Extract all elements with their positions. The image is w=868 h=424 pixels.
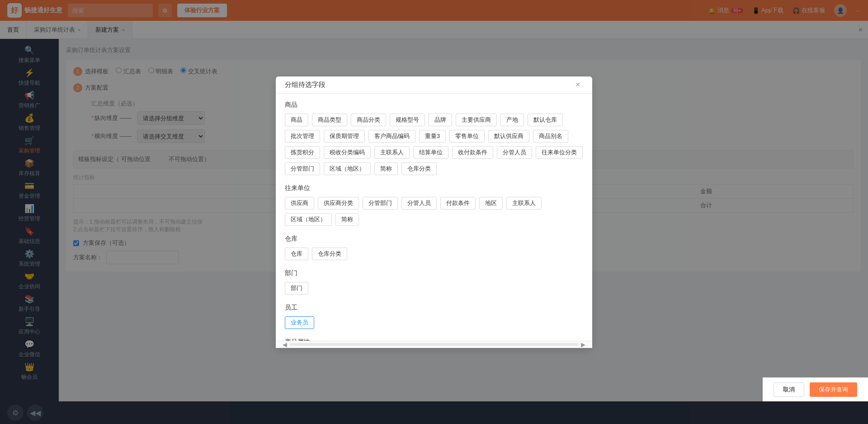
field-warehouse[interactable]: 仓库 [285,248,308,260]
field-supervisor[interactable]: 分管人员 [497,146,532,159]
section-department-title: 部门 [285,269,583,277]
dialog-action-bar: 取消 保存并查询 [763,377,868,401]
modal-close-button[interactable]: × [572,79,583,90]
field-spec-model[interactable]: 规格型号 [390,114,425,126]
modal-header: 分组待选字段 × [276,76,592,94]
field-area[interactable]: 地区 [479,197,503,210]
modal-body: 商品 商品 商品类型 商品分类 规格型号 品牌 主要供应商 产地 默认仓库 批次… [276,94,592,340]
field-partner-category[interactable]: 往来单位分类 [536,146,583,159]
field-partner-short-name[interactable]: 简称 [335,213,359,226]
field-partner-main-contact[interactable]: 主联系人 [506,197,542,210]
field-partner-supervisor[interactable]: 分管人员 [401,197,437,210]
section-warehouse: 仓库 仓库 仓库分类 [285,235,583,260]
product-fields: 商品 商品类型 商品分类 规格型号 品牌 主要供应商 产地 默认仓库 批次管理 … [285,114,583,175]
field-product[interactable]: 商品 [285,114,308,126]
section-department: 部门 部门 [285,269,583,295]
field-main-supplier[interactable]: 主要供应商 [456,114,497,126]
field-payment-condition[interactable]: 付款条件 [440,197,476,210]
section-warehouse-title: 仓库 [285,235,583,243]
field-partner-dept[interactable]: 分管部门 [363,197,398,210]
warehouse-fields: 仓库 仓库分类 [285,248,583,260]
field-tax-code[interactable]: 税收分类编码 [324,146,371,159]
employee-fields: 业务员 [285,316,583,329]
field-short-name[interactable]: 简称 [374,162,398,175]
field-warehouse-category[interactable]: 仓库分类 [401,162,437,175]
scroll-right-btn[interactable]: ▶ [579,341,588,348]
field-product-type[interactable]: 商品类型 [312,114,347,126]
field-warehouse-cat[interactable]: 仓库分类 [312,248,347,260]
field-retail-unit[interactable]: 零售单位 [449,130,485,143]
section-partner-title: 往来单位 [285,184,583,192]
field-region[interactable]: 区域（地区） [324,162,371,175]
partner-fields: 供应商 供应商分类 分管部门 分管人员 付款条件 地区 主联系人 区域（地区） … [285,197,583,226]
field-payment-terms[interactable]: 收付款条件 [452,146,493,159]
modal-overlay: 分组待选字段 × 商品 商品 商品类型 商品分类 规格型号 品牌 主要供应商 产… [0,0,868,424]
field-origin[interactable]: 产地 [500,114,524,126]
field-partner-region[interactable]: 区域（地区） [285,213,332,226]
field-main-contact[interactable]: 主联系人 [374,146,410,159]
field-pick-points[interactable]: 拣货积分 [285,146,320,159]
field-customer-code[interactable]: 客户商品编码 [368,130,415,143]
section-employee-title: 员工 [285,304,583,312]
field-department[interactable]: 部门 [285,282,308,295]
field-weight3[interactable]: 重量3 [419,130,446,143]
department-fields: 部门 [285,282,583,295]
field-product-category[interactable]: 商品分类 [351,114,386,126]
cancel-button[interactable]: 取消 [774,382,804,397]
field-selection-modal: 分组待选字段 × 商品 商品 商品类型 商品分类 规格型号 品牌 主要供应商 产… [276,76,592,348]
field-salesperson[interactable]: 业务员 [285,316,314,329]
modal-scroll-bottom: ◀ ▶ [276,341,592,348]
field-supplier-category[interactable]: 供应商分类 [318,197,359,210]
field-brand[interactable]: 品牌 [429,114,452,126]
scroll-left-btn[interactable]: ◀ [280,341,289,348]
section-partner: 往来单位 供应商 供应商分类 分管部门 分管人员 付款条件 地区 主联系人 区域… [285,184,583,226]
field-supplier[interactable]: 供应商 [285,197,314,210]
field-batch-management[interactable]: 批次管理 [285,130,320,143]
field-settlement-unit[interactable]: 结算单位 [413,146,448,159]
field-dept[interactable]: 分管部门 [285,162,320,175]
confirm-button[interactable]: 保存并查询 [810,382,857,397]
modal-title: 分组待选字段 [285,81,326,89]
section-product-title: 商品 [285,101,583,109]
field-default-supplier[interactable]: 默认供应商 [488,130,529,143]
field-default-warehouse[interactable]: 默认仓库 [528,114,563,126]
field-product-alias[interactable]: 商品别名 [533,130,568,143]
section-employee: 员工 业务员 [285,304,583,329]
field-quality-management[interactable]: 保质期管理 [324,130,365,143]
horizontal-scrollbar[interactable] [289,343,579,346]
section-product: 商品 商品 商品类型 商品分类 规格型号 品牌 主要供应商 产地 默认仓库 批次… [285,101,583,175]
